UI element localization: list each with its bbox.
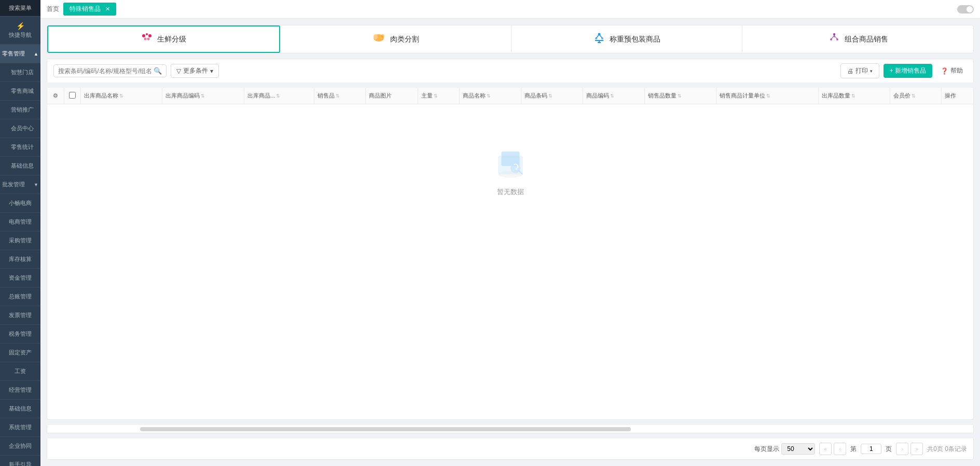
sidebar-item-label: 经营管理 bbox=[9, 386, 32, 394]
sidebar-item-label: 新手引导 bbox=[9, 461, 32, 466]
sort-icon: ⇅ bbox=[851, 93, 855, 99]
sidebar-item-member-center[interactable]: 会员中心 bbox=[0, 119, 40, 138]
sidebar-item-quick-nav[interactable]: ⚡ 快捷导航 bbox=[0, 17, 40, 45]
sort-icon: ⇅ bbox=[276, 93, 280, 99]
sidebar-item-label: 零售管理 bbox=[2, 50, 25, 58]
help-button[interactable]: ❓ 帮助 bbox=[936, 64, 967, 78]
col-member-price[interactable]: 会员价 ⇅ bbox=[890, 88, 941, 104]
toggle-button[interactable] bbox=[957, 5, 974, 13]
sidebar-item-system-mgmt[interactable]: 系统管理 bbox=[0, 418, 40, 437]
cat-tab-weigh-pack[interactable]: 称重预包装商品 bbox=[512, 25, 743, 53]
sort-icon: ⇅ bbox=[766, 93, 770, 99]
prev-page-button[interactable]: ‹ bbox=[834, 443, 846, 455]
col-goods-barcode[interactable]: 商品条码 ⇅ bbox=[521, 88, 583, 104]
col-sale-qty[interactable]: 销售品数量 ⇅ bbox=[644, 88, 716, 104]
sidebar-item-capital-mgmt[interactable]: 资金管理 bbox=[0, 269, 40, 287]
sidebar-item-marketing[interactable]: 营销推广 bbox=[0, 101, 40, 119]
print-button[interactable]: 🖨 打印 ▾ bbox=[840, 63, 879, 78]
svg-point-3 bbox=[144, 38, 147, 40]
meat-cut-icon bbox=[371, 33, 386, 46]
sidebar-item-purchase-mgmt[interactable]: 采购管理 bbox=[0, 231, 40, 250]
search-box: 🔍 bbox=[53, 64, 167, 77]
col-sale-qty-unit[interactable]: 销售商品计量单位 ⇅ bbox=[716, 88, 818, 104]
col-goods-code[interactable]: 商品编码 ⇅ bbox=[583, 88, 644, 104]
sidebar-search[interactable]: 搜索菜单 bbox=[0, 0, 40, 17]
total-count: 共0页 0条记录 bbox=[927, 445, 967, 454]
sidebar-item-invoice-mgmt[interactable]: 发票管理 bbox=[0, 306, 40, 325]
svg-point-0 bbox=[142, 34, 145, 37]
col-checkbox[interactable] bbox=[64, 88, 80, 104]
sidebar-item-enterprise[interactable]: 企业协同 bbox=[0, 437, 40, 456]
col-sale-goods[interactable]: 销售品 ⇅ bbox=[314, 88, 366, 104]
svg-point-16 bbox=[833, 33, 835, 35]
col-weight[interactable]: 主量 ⇅ bbox=[418, 88, 460, 104]
sidebar-item-mini-ecom[interactable]: 小畅电商 bbox=[0, 194, 40, 213]
select-all-checkbox[interactable] bbox=[69, 92, 76, 99]
sort-icon: ⇅ bbox=[678, 93, 682, 99]
sidebar-item-wholesale-mgmt[interactable]: 批发管理 ▼ bbox=[0, 175, 40, 194]
scroll-thumb[interactable] bbox=[140, 427, 631, 431]
svg-line-11 bbox=[596, 34, 599, 38]
sidebar-item-label: 基础信息 bbox=[9, 405, 32, 413]
col-settings[interactable]: ⚙ bbox=[47, 88, 64, 104]
svg-point-27 bbox=[515, 168, 517, 170]
sidebar-item-fixed-assets[interactable]: 固定资产 bbox=[0, 344, 40, 362]
help-icon: ❓ bbox=[941, 67, 948, 75]
sidebar-item-retail-mall[interactable]: 零售商城 bbox=[0, 82, 40, 101]
first-page-button[interactable]: « bbox=[819, 443, 832, 455]
sidebar-item-tax-mgmt[interactable]: 税务管理 bbox=[0, 325, 40, 344]
sidebar-item-label: 资金管理 bbox=[9, 274, 32, 282]
sidebar-item-label: 小畅电商 bbox=[9, 199, 32, 207]
svg-point-4 bbox=[147, 38, 150, 40]
page-size-select[interactable]: 10 20 50 100 bbox=[781, 443, 815, 455]
col-out-goods-spec[interactable]: 出库商品... ⇅ bbox=[244, 88, 314, 104]
sidebar-item-wages[interactable]: 工资 bbox=[0, 362, 40, 381]
cat-tab-meat-cut[interactable]: 肉类分割 bbox=[280, 25, 512, 53]
sidebar-item-new-guide[interactable]: 新手引导 bbox=[0, 456, 40, 466]
empty-text: 暂无数据 bbox=[497, 187, 524, 197]
page-input-group bbox=[861, 444, 881, 454]
sidebar-item-label: 零售统计 bbox=[11, 143, 34, 151]
scroll-bar[interactable] bbox=[47, 425, 974, 433]
col-out-goods-code[interactable]: 出库商品编码 ⇅ bbox=[162, 88, 244, 104]
sidebar-item-inventory[interactable]: 库存核算 bbox=[0, 250, 40, 269]
sidebar-item-retail-stats[interactable]: 零售统计 bbox=[0, 138, 40, 157]
close-tab-icon[interactable]: ✕ bbox=[105, 6, 110, 12]
category-tabs: 生鲜分级 肉类分割 bbox=[47, 25, 974, 53]
cat-tab-fresh-grade[interactable]: 生鲜分级 bbox=[47, 25, 280, 53]
breadcrumb-home[interactable]: 首页 bbox=[47, 5, 59, 13]
page-navigation: « ‹ 第 页 › » bbox=[819, 443, 923, 455]
sort-icon: ⇅ bbox=[610, 93, 614, 99]
sidebar: 搜索菜单 ⚡ 快捷导航 零售管理 ▲ 智慧门店 零售商城 营销推广 会员中心 零… bbox=[0, 0, 40, 466]
last-page-button[interactable]: » bbox=[910, 443, 923, 455]
sidebar-item-basic-info2[interactable]: 基础信息 bbox=[0, 400, 40, 418]
col-action: 操作 bbox=[942, 88, 973, 104]
col-goods-name[interactable]: 商品名称 ⇅ bbox=[460, 88, 521, 104]
add-product-button[interactable]: + 新增销售品 bbox=[884, 64, 932, 78]
sidebar-item-general-ledger[interactable]: 总账管理 bbox=[0, 287, 40, 306]
sort-icon: ⇅ bbox=[336, 93, 340, 99]
page-number-input[interactable] bbox=[861, 444, 881, 454]
page-label-after: 页 bbox=[886, 445, 892, 454]
svg-point-2 bbox=[148, 34, 151, 37]
sidebar-item-label: 智慧门店 bbox=[11, 68, 34, 76]
sidebar-item-label: 总账管理 bbox=[9, 293, 32, 300]
cat-tab-combo[interactable]: 组合商品销售 bbox=[742, 25, 973, 53]
cat-tab-label: 肉类分割 bbox=[390, 35, 419, 44]
sidebar-item-basic-info[interactable]: 基础信息 bbox=[0, 157, 40, 175]
sort-icon: ⇅ bbox=[201, 93, 205, 99]
next-page-button[interactable]: › bbox=[896, 443, 908, 455]
sidebar-item-retail-mgmt[interactable]: 零售管理 ▲ bbox=[0, 45, 40, 63]
active-tab[interactable]: 特殊销售品 ✕ bbox=[63, 3, 116, 16]
svg-point-1 bbox=[146, 33, 148, 35]
content-area: 生鲜分级 肉类分割 bbox=[40, 19, 980, 466]
search-input[interactable] bbox=[58, 67, 151, 75]
sidebar-item-ecom-mgmt[interactable]: 电商管理 bbox=[0, 213, 40, 231]
sidebar-item-smart-store[interactable]: 智慧门店 bbox=[0, 63, 40, 82]
filter-button[interactable]: ▽ 更多条件 ▾ bbox=[171, 64, 219, 78]
print-icon: 🖨 bbox=[847, 67, 853, 75]
combo-icon bbox=[828, 32, 840, 46]
sidebar-item-operation-mgmt[interactable]: 经营管理 bbox=[0, 381, 40, 400]
col-out-goods-name[interactable]: 出库商品名称 ⇅ bbox=[80, 88, 162, 104]
col-out-qty[interactable]: 出库品数量 ⇅ bbox=[818, 88, 890, 104]
